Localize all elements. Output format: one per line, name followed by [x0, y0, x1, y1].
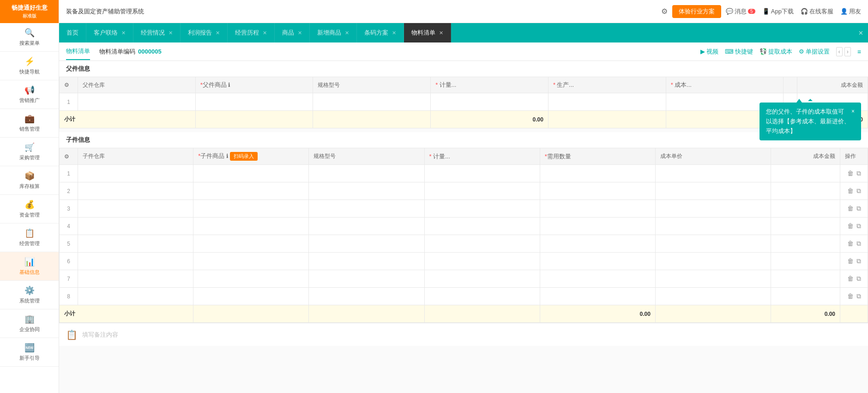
grid-view-icon[interactable]: ≡: [857, 48, 861, 55]
child-unit-input[interactable]: [425, 200, 540, 217]
child-qty-input[interactable]: [540, 270, 655, 287]
child-goods-input[interactable]: [193, 165, 308, 182]
child-unit-cell[interactable]: [424, 288, 540, 305]
child-unit-cost-input[interactable]: [656, 235, 771, 252]
child-spec-cell[interactable]: [309, 165, 424, 182]
child-goods-input[interactable]: [193, 288, 308, 305]
trial-btn[interactable]: 体验行业方案: [672, 5, 721, 18]
sub-tab-bom-list[interactable]: 物料清单: [66, 43, 90, 60]
child-unit-cost-cell[interactable]: [655, 182, 771, 200]
child-goods-cell[interactable]: [193, 235, 309, 253]
child-unit-cost-cell[interactable]: [655, 200, 771, 218]
sidebar-item-system[interactable]: ⚙️系统管理: [0, 281, 59, 309]
child-unit-cost-input[interactable]: [656, 253, 771, 270]
child-spec-input[interactable]: [309, 288, 424, 305]
child-unit-cell[interactable]: [424, 235, 540, 253]
nav-next[interactable]: ›: [844, 47, 851, 56]
delete-icon[interactable]: 🗑: [847, 169, 854, 177]
copy-icon[interactable]: ⧉: [856, 169, 861, 177]
delete-icon[interactable]: 🗑: [847, 292, 854, 300]
tab-close-barcode[interactable]: ✕: [392, 30, 396, 36]
child-unit-input[interactable]: [425, 253, 540, 270]
child-warehouse-input[interactable]: [78, 200, 193, 217]
child-unit-input[interactable]: [425, 288, 540, 305]
sidebar-item-marketing[interactable]: 📢营销推广: [0, 80, 59, 109]
copy-icon[interactable]: ⧉: [856, 240, 861, 248]
child-qty-cell[interactable]: [540, 165, 655, 182]
parent-warehouse-input[interactable]: [78, 93, 195, 110]
tab-close-new-goods[interactable]: ✕: [345, 30, 349, 36]
child-unit-input[interactable]: [425, 235, 540, 252]
scan-btn[interactable]: 扫码录入: [230, 152, 258, 161]
child-spec-cell[interactable]: [309, 200, 424, 218]
child-qty-input[interactable]: [540, 253, 655, 270]
settings-icon[interactable]: ⚙: [661, 7, 668, 16]
child-spec-input[interactable]: [309, 218, 424, 235]
child-unit-cell[interactable]: [424, 182, 540, 200]
tab-close-operations[interactable]: ✕: [169, 30, 173, 36]
child-warehouse-cell[interactable]: [78, 253, 193, 270]
parent-warehouse-cell[interactable]: [78, 93, 196, 111]
action-single-setting[interactable]: ⚙ 单据设置: [799, 48, 830, 56]
sidebar-item-basic-info[interactable]: 📊基础信息: [0, 252, 59, 281]
child-goods-input[interactable]: [193, 200, 308, 217]
sidebar-item-operations[interactable]: 📋经营管理: [0, 224, 59, 252]
child-unit-cost-cell[interactable]: [655, 218, 771, 235]
child-warehouse-cell[interactable]: [78, 270, 193, 288]
nav-tab-profit[interactable]: 利润报告✕: [181, 23, 228, 42]
delete-icon[interactable]: 🗑: [847, 275, 854, 283]
nav-tab-operations[interactable]: 经营情况✕: [133, 23, 181, 42]
nav-tab-bom[interactable]: 物料清单✕: [404, 23, 451, 42]
child-goods-cell[interactable]: [193, 200, 309, 218]
child-unit-cell[interactable]: [424, 165, 540, 182]
child-unit-cost-input[interactable]: [656, 182, 771, 200]
child-unit-input[interactable]: [425, 218, 540, 235]
action-cost[interactable]: 💱 提取成本: [760, 48, 792, 56]
child-warehouse-input[interactable]: [78, 235, 193, 252]
child-unit-cell[interactable]: [424, 200, 540, 218]
child-unit-cost-cell[interactable]: [655, 253, 771, 270]
copy-icon[interactable]: ⧉: [856, 275, 861, 283]
child-qty-input[interactable]: [540, 288, 655, 305]
app-download[interactable]: 📱 App下载: [762, 7, 794, 16]
child-warehouse-input[interactable]: [78, 218, 193, 235]
parent-production-input[interactable]: [549, 93, 666, 110]
tab-close-customers[interactable]: ✕: [121, 30, 126, 36]
child-goods-cell[interactable]: [193, 182, 309, 200]
child-warehouse-input[interactable]: [78, 182, 193, 200]
sidebar-item-guide[interactable]: 🆕新手引导: [0, 338, 59, 367]
sidebar-item-inventory[interactable]: 📦库存核算: [0, 166, 59, 195]
parent-spec-cell[interactable]: [313, 93, 431, 111]
nav-tab-customers[interactable]: 客户联络✕: [86, 23, 133, 42]
child-unit-cell[interactable]: [424, 270, 540, 288]
child-unit-cell[interactable]: [424, 218, 540, 235]
child-warehouse-cell[interactable]: [78, 200, 193, 218]
child-goods-cell[interactable]: [193, 253, 309, 270]
child-goods-cell[interactable]: [193, 270, 309, 288]
child-qty-input[interactable]: [540, 235, 655, 252]
child-qty-input[interactable]: [540, 165, 655, 182]
child-goods-cell[interactable]: [193, 218, 309, 235]
child-spec-cell[interactable]: [309, 235, 424, 253]
parent-unit-cell[interactable]: [431, 93, 549, 111]
message-icon[interactable]: 💬 消息 5: [726, 7, 755, 16]
tab-close-bom[interactable]: ✕: [439, 30, 443, 36]
child-qty-cell[interactable]: [540, 200, 655, 218]
nav-tab-goods[interactable]: 商品✕: [275, 23, 310, 42]
nav-tab-barcode[interactable]: 条码方案✕: [357, 23, 404, 42]
action-shortcut[interactable]: ⌨ 快捷键: [725, 48, 753, 56]
child-unit-cost-cell[interactable]: [655, 235, 771, 253]
nav-prev[interactable]: ‹: [836, 47, 843, 56]
parent-spec-input[interactable]: [313, 93, 430, 110]
action-view[interactable]: ▶ 视频: [700, 48, 718, 56]
child-spec-input[interactable]: [309, 253, 424, 270]
tab-close-profit[interactable]: ✕: [216, 30, 220, 36]
delete-icon[interactable]: 🗑: [847, 187, 854, 195]
child-unit-cost-input[interactable]: [656, 165, 771, 182]
parent-production-cell[interactable]: [548, 93, 666, 111]
child-spec-input[interactable]: [309, 200, 424, 217]
child-goods-input[interactable]: [193, 218, 308, 235]
online-service[interactable]: 🎧 在线客服: [801, 7, 833, 16]
child-qty-cell[interactable]: [540, 270, 655, 288]
parent-goods-input[interactable]: [196, 93, 313, 110]
